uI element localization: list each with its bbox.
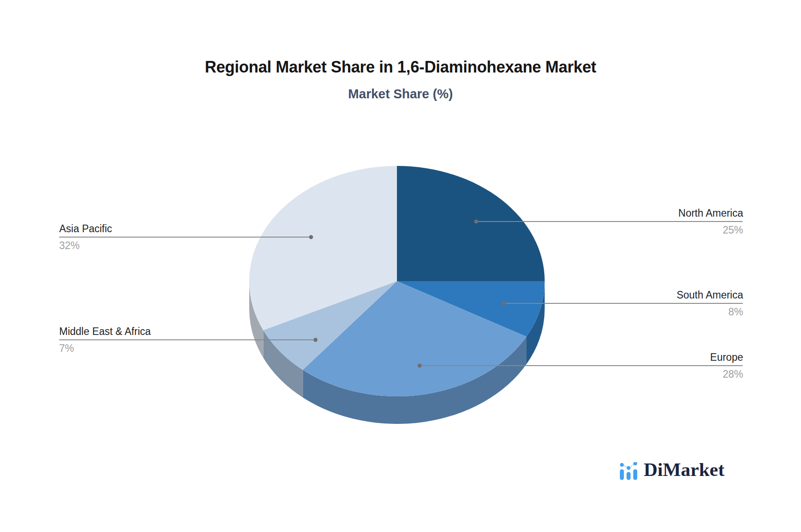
slice-label-name: North America bbox=[512, 207, 743, 219]
slice-label-asia-pacific: Asia Pacific 32% bbox=[59, 222, 291, 252]
logo-text: DiMarket bbox=[644, 459, 725, 480]
logo-dot bbox=[620, 463, 624, 467]
leader-dot bbox=[418, 364, 422, 368]
leader-dot bbox=[309, 235, 313, 239]
leader-dot bbox=[474, 220, 478, 224]
slice-label-pct: 25% bbox=[512, 224, 743, 236]
logo-bar bbox=[633, 469, 637, 480]
slice-label-name: South America bbox=[512, 289, 743, 301]
slice-label-south-america: South America 8% bbox=[512, 289, 743, 318]
logo-bar bbox=[620, 469, 624, 480]
leader-dot bbox=[502, 302, 506, 306]
pie-chart bbox=[0, 0, 801, 532]
dimarket-logo: DiMarket bbox=[620, 459, 725, 480]
bar-chart-with-trend-dots-icon bbox=[620, 462, 639, 480]
slice-label-middle-east-africa: Middle East & Africa 7% bbox=[59, 325, 291, 355]
slice-label-north-america: North America 25% bbox=[512, 207, 743, 236]
leader-dot bbox=[314, 338, 318, 342]
logo-bar bbox=[627, 472, 631, 480]
logo-dot bbox=[633, 462, 637, 465]
slice-label-name: Middle East & Africa bbox=[59, 325, 291, 338]
chart-page: Regional Market Share in 1,6-Diaminohexa… bbox=[0, 0, 801, 532]
slice-label-europe: Europe 28% bbox=[512, 351, 743, 380]
slice-label-pct: 8% bbox=[512, 306, 743, 318]
slice-label-name: Europe bbox=[512, 351, 743, 363]
slice-label-name: Asia Pacific bbox=[59, 222, 291, 235]
slice-label-pct: 28% bbox=[512, 368, 743, 380]
logo-dot bbox=[627, 466, 631, 470]
slice-label-pct: 32% bbox=[59, 239, 291, 252]
slice-label-pct: 7% bbox=[59, 342, 291, 355]
